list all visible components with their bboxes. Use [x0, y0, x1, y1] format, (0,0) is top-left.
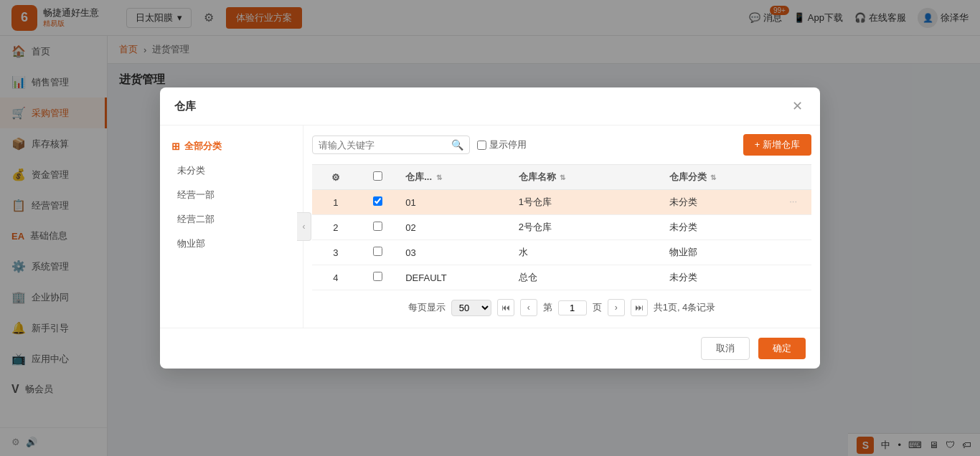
cell-name: 1号仓库: [510, 190, 661, 215]
collapse-sidebar-button[interactable]: ‹: [297, 212, 311, 241]
sort-code-icon: ⇅: [436, 174, 442, 181]
th-name[interactable]: 仓库名称 ⇅: [510, 165, 661, 190]
table-body: 1 01 1号仓库 未分类 ··· 2 02 2号仓库 未分类 3 03 水 物…: [312, 190, 811, 290]
cell-code: DEFAULT: [397, 265, 510, 290]
th-gear[interactable]: ⚙: [312, 165, 359, 190]
category-item-dept1[interactable]: 经营一部: [160, 183, 303, 207]
th-code[interactable]: 仓库... ⇅: [397, 165, 510, 190]
table-toolbar: 🔍 显示停用 + 新增仓库: [312, 134, 811, 156]
cell-check[interactable]: [359, 265, 397, 290]
confirm-button[interactable]: 确定: [758, 338, 806, 359]
row-ops[interactable]: ···: [789, 196, 797, 206]
category-item-property[interactable]: 物业部: [160, 232, 303, 256]
modal-header: 仓库 ✕: [160, 87, 820, 125]
check-all-checkbox[interactable]: [373, 171, 382, 181]
add-warehouse-button[interactable]: + 新增仓库: [743, 134, 811, 156]
page-label: 第: [543, 301, 552, 314]
modal-body: ⊞ 全部分类 未分类 经营一部 经营二部 物业部 ‹ 🔍: [160, 125, 820, 328]
show-disabled-checkbox[interactable]: [477, 141, 486, 150]
cell-name: 总仓: [510, 265, 661, 290]
grid-icon: ⊞: [171, 141, 180, 152]
warehouse-modal: 仓库 ✕ ⊞ 全部分类 未分类 经营一部 经营二部 物业部 ‹: [160, 87, 820, 369]
category-all[interactable]: ⊞ 全部分类: [160, 134, 303, 158]
cell-seq: 1: [312, 190, 359, 215]
th-code-label: 仓库...: [405, 171, 432, 182]
table-row[interactable]: 3 03 水 物业部: [312, 240, 811, 265]
table-container: ⚙ 仓库... ⇅ 仓库名称 ⇅: [312, 164, 811, 290]
search-icon[interactable]: 🔍: [451, 139, 463, 151]
total-label: 共1页, 4条记录: [654, 301, 716, 314]
category-item-unclassified[interactable]: 未分类: [160, 158, 303, 183]
cell-category: 物业部: [661, 240, 811, 265]
row-checkbox[interactable]: [373, 196, 382, 206]
table-row[interactable]: 1 01 1号仓库 未分类 ···: [312, 190, 811, 215]
show-disabled-text: 显示停用: [489, 138, 527, 151]
page-number-input[interactable]: [558, 300, 587, 315]
warehouse-table: ⚙ 仓库... ⇅ 仓库名称 ⇅: [312, 164, 811, 290]
modal-close-button[interactable]: ✕: [788, 98, 806, 115]
th-name-label: 仓库名称: [519, 171, 556, 182]
sort-cat-icon: ⇅: [710, 174, 716, 181]
cell-category: 未分类 ···: [661, 190, 811, 215]
modal-title: 仓库: [174, 100, 196, 113]
th-category-label: 仓库分类: [669, 171, 707, 182]
per-page-label: 每页显示: [408, 301, 446, 314]
cell-check[interactable]: [359, 190, 397, 215]
cell-code: 03: [397, 240, 510, 265]
page-suffix: 页: [593, 301, 602, 314]
cell-seq: 2: [312, 215, 359, 240]
cell-seq: 3: [312, 240, 359, 265]
next-page-button[interactable]: ›: [608, 299, 625, 316]
category-sidebar: ⊞ 全部分类 未分类 经营一部 经营二部 物业部 ‹: [160, 125, 303, 328]
pagination-bar: 每页显示 50 20 100 ⏮ ‹ 第 页 › ⏭ 共1页, 4条记录: [312, 290, 811, 319]
table-row[interactable]: 2 02 2号仓库 未分类: [312, 215, 811, 240]
first-page-button[interactable]: ⏮: [497, 299, 514, 316]
row-checkbox[interactable]: [373, 222, 382, 231]
cancel-button[interactable]: 取消: [701, 337, 750, 360]
cell-category: 未分类: [661, 215, 811, 240]
prev-page-button[interactable]: ‹: [520, 299, 537, 316]
cell-check[interactable]: [359, 215, 397, 240]
last-page-button[interactable]: ⏭: [631, 299, 648, 316]
sort-name-icon: ⇅: [560, 174, 565, 181]
modal-footer: 取消 确定: [160, 328, 820, 369]
row-checkbox[interactable]: [373, 272, 382, 281]
table-area: 🔍 显示停用 + 新增仓库 ⚙: [303, 125, 820, 328]
modal-overlay: 仓库 ✕ ⊞ 全部分类 未分类 经营一部 经营二部 物业部 ‹: [0, 0, 980, 456]
per-page-select[interactable]: 50 20 100: [451, 300, 491, 316]
cell-check[interactable]: [359, 240, 397, 265]
search-box: 🔍: [312, 136, 470, 154]
cell-seq: 4: [312, 265, 359, 290]
cell-code: 02: [397, 215, 510, 240]
table-header: ⚙ 仓库... ⇅ 仓库名称 ⇅: [312, 165, 811, 190]
cell-name: 水: [510, 240, 661, 265]
table-row[interactable]: 4 DEFAULT 总仓 未分类: [312, 265, 811, 290]
category-all-label: 全部分类: [184, 140, 222, 153]
category-item-dept2[interactable]: 经营二部: [160, 207, 303, 232]
th-category[interactable]: 仓库分类 ⇅: [661, 165, 811, 190]
th-check[interactable]: [359, 165, 397, 190]
cell-code: 01: [397, 190, 510, 215]
search-input[interactable]: [319, 140, 451, 151]
cell-name: 2号仓库: [510, 215, 661, 240]
cell-category: 未分类: [661, 265, 811, 290]
row-checkbox[interactable]: [373, 247, 382, 256]
show-disabled-label[interactable]: 显示停用: [477, 138, 527, 151]
